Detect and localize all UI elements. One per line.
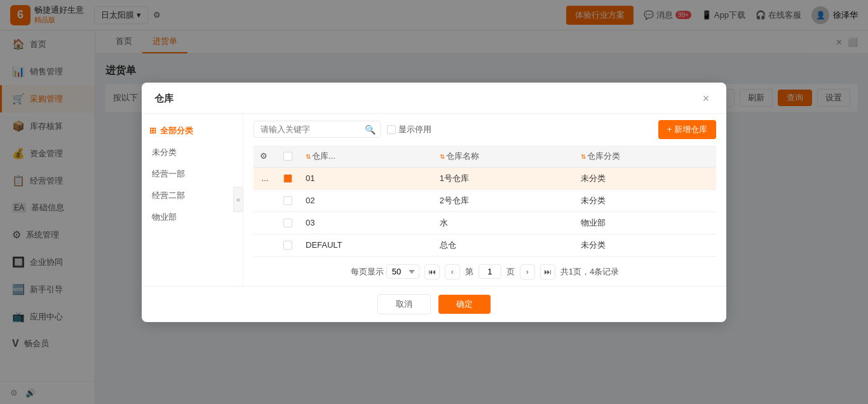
show-disabled-label: 显示停用 bbox=[398, 124, 431, 135]
modal-header: 仓库 × bbox=[142, 83, 726, 114]
search-input-wrap: 🔍 bbox=[254, 121, 381, 138]
select-all-checkbox[interactable] bbox=[283, 152, 292, 161]
show-disabled-toggle[interactable]: 显示停用 bbox=[387, 124, 431, 135]
page-summary: 共1页，4条记录 bbox=[560, 266, 619, 278]
page-input[interactable] bbox=[478, 264, 501, 279]
add-warehouse-btn[interactable]: + 新增仓库 bbox=[658, 120, 716, 139]
warehouse-modal: 仓库 × ⊞ 全部分类 未分类 经营一部 经营二部 物业部 « bbox=[142, 83, 726, 322]
row-checkbox[interactable] bbox=[283, 219, 292, 227]
row-name: 水 bbox=[433, 212, 575, 234]
row-checkbox-cell[interactable] bbox=[276, 189, 299, 212]
pagination: 每页显示 50 10 20 100 ⏮ ‹ 第 页 › ⏭ bbox=[254, 264, 716, 279]
row-name: 1号仓库 bbox=[433, 167, 575, 189]
sort-icon-category: ⇅ bbox=[581, 153, 586, 160]
table-row[interactable]: 02 2号仓库 未分类 bbox=[254, 189, 716, 212]
modal-overlay: 仓库 × ⊞ 全部分类 未分类 经营一部 经营二部 物业部 « bbox=[0, 0, 868, 404]
table-row[interactable]: ... 01 1号仓库 未分类 bbox=[254, 167, 716, 189]
th-warehouse-code: ⇅仓库... bbox=[299, 145, 433, 168]
table-row[interactable]: 03 水 物业部 bbox=[254, 212, 716, 234]
all-categories-header[interactable]: ⊞ 全部分类 bbox=[142, 120, 243, 142]
row-checkbox[interactable] bbox=[283, 196, 292, 205]
row-code: 01 bbox=[299, 167, 433, 189]
table-header-row: ⚙ ⇅仓库... ⇅仓库名称 ⇅仓库分类 bbox=[254, 145, 716, 168]
modal-body: ⊞ 全部分类 未分类 经营一部 经营二部 物业部 « 🔍 bbox=[142, 114, 726, 286]
th-warehouse-category: ⇅仓库分类 bbox=[574, 145, 716, 168]
category-item-property[interactable]: 物业部 bbox=[142, 206, 243, 228]
page-size-select: 每页显示 50 10 20 100 bbox=[351, 264, 419, 279]
th-warehouse-name: ⇅仓库名称 bbox=[433, 145, 575, 168]
sort-icon-name: ⇅ bbox=[440, 153, 445, 160]
row-actions bbox=[254, 212, 276, 234]
category-item-dept2[interactable]: 经营二部 bbox=[142, 185, 243, 206]
sort-icon-code: ⇅ bbox=[306, 153, 311, 160]
warehouse-list-panel: 🔍 显示停用 + 新增仓库 ⚙ ⇅仓库... bbox=[243, 114, 726, 286]
warehouse-table: ⚙ ⇅仓库... ⇅仓库名称 ⇅仓库分类 ... 01 1号仓库 未分类 bbox=[254, 145, 716, 257]
page-unit: 页 bbox=[506, 266, 515, 278]
per-page-selector[interactable]: 50 10 20 100 bbox=[386, 264, 419, 279]
row-category: 未分类 bbox=[574, 234, 716, 256]
confirm-button[interactable]: 确定 bbox=[438, 295, 491, 314]
show-disabled-checkbox[interactable] bbox=[387, 125, 396, 134]
row-checkbox-cell[interactable] bbox=[276, 234, 299, 256]
grid-icon: ⊞ bbox=[149, 126, 156, 135]
collapse-panel-btn[interactable]: « bbox=[233, 187, 243, 212]
row-category: 未分类 bbox=[574, 167, 716, 189]
category-panel: ⊞ 全部分类 未分类 经营一部 经营二部 物业部 « bbox=[142, 114, 243, 286]
row-name: 总仓 bbox=[433, 234, 575, 256]
page-label: 第 bbox=[465, 266, 473, 278]
row-code: 03 bbox=[299, 212, 433, 234]
search-input[interactable] bbox=[254, 121, 381, 138]
row-code: 02 bbox=[299, 189, 433, 212]
next-page-btn[interactable]: › bbox=[520, 264, 535, 279]
first-page-btn[interactable]: ⏮ bbox=[424, 264, 440, 279]
row-category: 物业部 bbox=[574, 212, 716, 234]
row-category: 未分类 bbox=[574, 189, 716, 212]
row-checkbox[interactable] bbox=[283, 241, 292, 250]
search-icon[interactable]: 🔍 bbox=[365, 125, 376, 135]
th-settings: ⚙ bbox=[254, 145, 276, 168]
row-name: 2号仓库 bbox=[433, 189, 575, 212]
row-checkbox[interactable] bbox=[283, 174, 292, 183]
row-actions bbox=[254, 189, 276, 212]
category-item-dept1[interactable]: 经营一部 bbox=[142, 163, 243, 185]
th-checkbox bbox=[276, 145, 299, 168]
modal-footer: 取消 确定 bbox=[142, 286, 726, 322]
modal-title: 仓库 bbox=[154, 93, 173, 105]
row-code: DEFAULT bbox=[299, 234, 433, 256]
row-actions: ... bbox=[254, 167, 276, 189]
search-bar: 🔍 显示停用 + 新增仓库 bbox=[254, 120, 716, 139]
prev-page-btn[interactable]: ‹ bbox=[445, 264, 460, 279]
cancel-button[interactable]: 取消 bbox=[377, 294, 431, 314]
category-item-uncategorized[interactable]: 未分类 bbox=[142, 142, 243, 163]
modal-close-button[interactable]: × bbox=[698, 91, 714, 107]
per-page-label: 每页显示 bbox=[351, 266, 384, 278]
gear-icon: ⚙ bbox=[260, 151, 268, 161]
table-row[interactable]: DEFAULT 总仓 未分类 bbox=[254, 234, 716, 256]
last-page-btn[interactable]: ⏭ bbox=[540, 264, 555, 279]
row-actions bbox=[254, 234, 276, 256]
row-checkbox-cell[interactable] bbox=[276, 212, 299, 234]
all-categories-label: 全部分类 bbox=[160, 125, 193, 137]
row-checkbox-cell[interactable] bbox=[276, 167, 299, 189]
